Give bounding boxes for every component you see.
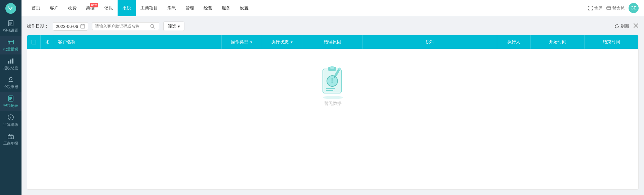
filter-chevron-icon: ▾ <box>178 24 180 29</box>
nav-item-fuwu[interactable]: 服务 <box>217 0 235 16</box>
th-name: 客户名称 <box>54 35 222 49</box>
piaoju-badge: new <box>90 3 98 8</box>
th-checkbox[interactable] <box>27 35 41 49</box>
main-area: 首页 客户 收费 票据 new 记账 报税 工商项目 消息 <box>22 0 644 195</box>
svg-rect-20 <box>10 137 11 139</box>
sidebar-item-label: 个税申报 <box>3 84 18 89</box>
nav-item-jingying[interactable]: 经营 <box>199 0 217 16</box>
settings-icon <box>45 40 50 44</box>
nav-right: 全屏 畅会员 CE <box>588 3 639 13</box>
sidebar-item-baoshui-jilu[interactable]: 报税记录 <box>0 92 22 111</box>
search-wrap <box>92 22 159 30</box>
refresh-icon <box>614 24 619 29</box>
svg-point-33 <box>323 96 343 99</box>
sidebar-item-piliang-baoshui[interactable]: 批量报税 <box>0 36 22 54</box>
svg-rect-21 <box>607 7 611 9</box>
svg-text:!: ! <box>331 77 333 84</box>
search-input[interactable] <box>95 24 149 29</box>
table-header: 客户名称 操作类型 ▼ 执行状态 ▼ 错误原因 税种 <box>27 35 638 49</box>
geshui-shenbao-icon <box>7 76 14 83</box>
svg-text:¥: ¥ <box>9 116 11 119</box>
nav-item-shouye[interactable]: 首页 <box>27 0 45 16</box>
nav-items: 首页 客户 收费 票据 new 记账 报税 工商项目 消息 <box>27 0 588 16</box>
svg-rect-36 <box>330 66 334 69</box>
sidebar-item-label: 报税总览 <box>3 66 18 71</box>
svg-point-32 <box>47 41 48 43</box>
piliang-baoshui-icon <box>7 38 14 46</box>
toolbar-right: 刷新 <box>614 23 639 30</box>
close-button[interactable] <box>633 23 639 30</box>
nav-item-piaoju[interactable]: 票据 new <box>81 0 99 16</box>
th-status[interactable]: 执行状态 ▼ <box>262 35 302 49</box>
svg-point-0 <box>7 5 14 12</box>
baoshui-jilu-icon <box>7 95 14 102</box>
toolbar: 操作日期： 2023-06-06 <box>27 22 639 31</box>
nav-item-kehu[interactable]: 客户 <box>45 0 63 16</box>
sidebar-item-huisuan-jiaona[interactable]: ¥ 汇算清缴 <box>0 111 22 130</box>
svg-rect-9 <box>8 61 9 64</box>
th-op-type[interactable]: 操作类型 ▼ <box>222 35 262 49</box>
nav-item-shoufei[interactable]: 收费 <box>63 0 81 16</box>
app-logo-icon <box>5 3 16 14</box>
svg-rect-6 <box>8 40 13 44</box>
date-picker[interactable]: 2023-06-06 <box>53 22 88 31</box>
th-error: 错误原因 <box>302 35 363 49</box>
svg-rect-11 <box>12 58 13 64</box>
fullscreen-icon <box>588 6 593 10</box>
table-container: 客户名称 操作类型 ▼ 执行状态 ▼ 错误原因 税种 <box>27 35 639 190</box>
fullscreen-button[interactable]: 全屏 <box>588 5 602 11</box>
sidebar-item-label: 批量报税 <box>3 47 18 52</box>
calendar-icon <box>80 24 85 29</box>
content-panel: 操作日期： 2023-06-06 <box>22 16 644 195</box>
th-settings[interactable] <box>41 35 54 49</box>
th-start-time: 开始时间 <box>531 35 585 49</box>
sidebar-item-label: 报税设置 <box>3 28 18 33</box>
member-icon <box>606 6 611 10</box>
nav-item-gongshang-xiangmu[interactable]: 工商项目 <box>136 0 163 16</box>
page-content: 操作日期： 2023-06-06 <box>22 16 644 195</box>
svg-rect-10 <box>10 60 11 64</box>
empty-text: 暂无数据 <box>324 101 342 107</box>
nav-item-shezhi[interactable]: 设置 <box>235 0 253 16</box>
date-label: 操作日期： <box>27 23 49 29</box>
date-value: 2023-06-06 <box>56 24 78 29</box>
refresh-button[interactable]: 刷新 <box>614 23 629 29</box>
nav-item-baoshui[interactable]: 报税 <box>118 0 136 16</box>
empty-illustration: ! <box>316 62 350 99</box>
top-nav: 首页 客户 收费 票据 new 记账 报税 工商项目 消息 <box>22 0 644 16</box>
op-type-filter-icon: ▼ <box>250 40 253 44</box>
sidebar-item-label: 汇算清缴 <box>3 122 18 127</box>
th-tax: 税种 <box>363 35 497 49</box>
search-icon <box>150 24 155 29</box>
sidebar-item-label: 工商年报 <box>3 141 18 146</box>
huisuan-jiaona-icon: ¥ <box>7 114 14 121</box>
svg-rect-23 <box>81 25 85 28</box>
sidebar-item-label: 报税记录 <box>3 103 18 108</box>
baoshui-zonglан-icon <box>7 57 14 65</box>
nav-item-guanli[interactable]: 管理 <box>181 0 199 16</box>
svg-rect-31 <box>32 40 36 44</box>
sidebar: 报税设置 批量报税 报税总览 个税申报 <box>0 0 22 195</box>
sidebar-item-baoshui-zonglан[interactable]: 报税总览 <box>0 54 22 73</box>
sidebar-logo <box>0 0 22 17</box>
th-executor: 执行人 <box>497 35 531 49</box>
member-button[interactable]: 畅会员 <box>606 5 625 11</box>
empty-state: ! 暂无数据 <box>27 49 638 120</box>
baoshui-shezhi-icon <box>7 20 14 27</box>
checkbox-all-icon <box>32 40 36 44</box>
filter-button[interactable]: 筛选 ▾ <box>163 22 184 31</box>
table-scroll-area: ! 暂无数据 <box>27 49 638 189</box>
avatar[interactable]: CE <box>629 3 639 13</box>
svg-point-12 <box>9 77 12 80</box>
sidebar-item-gongshang-nianbao[interactable]: 工商年报 <box>0 130 22 149</box>
th-end-time: 结束时间 <box>585 35 638 49</box>
nav-item-xiaoxi[interactable]: 消息 <box>163 0 181 16</box>
gongshang-nianbao-icon <box>7 132 14 140</box>
svg-line-28 <box>153 27 155 29</box>
sidebar-item-baoshui-shezhi[interactable]: 报税设置 <box>0 17 22 36</box>
nav-item-jizhang[interactable]: 记账 <box>99 0 118 16</box>
close-icon <box>633 23 639 28</box>
status-filter-icon: ▼ <box>290 40 293 44</box>
sidebar-item-geshui-shenbao[interactable]: 个税申报 <box>0 73 22 92</box>
svg-rect-19 <box>8 135 13 139</box>
